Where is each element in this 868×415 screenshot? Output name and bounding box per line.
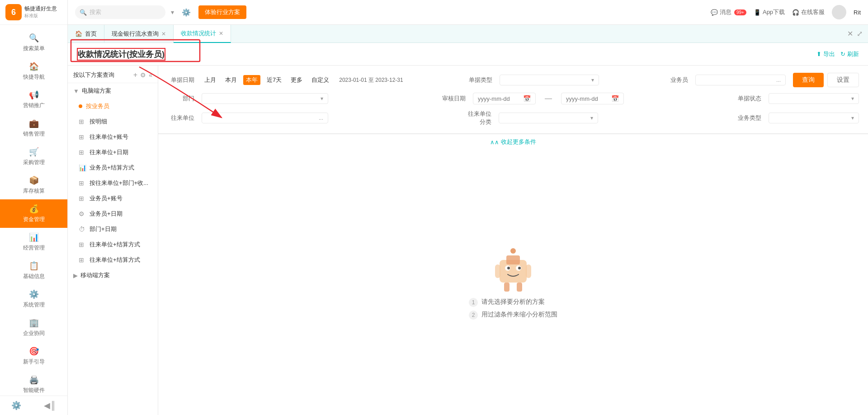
date-range-display: 2023-01-01 至 2023-12-31 [339,76,403,84]
scheme-group-desktop-title[interactable]: ▼ 电脑端方案 [68,83,158,99]
date-last-7days[interactable]: 近7天 [264,75,284,85]
tab-collection-label: 收款情况统计 [181,29,216,38]
top-search-bar[interactable]: 🔍 搜索 [75,5,165,19]
scheme-item-partner-settle1[interactable]: ⊞ 往来单位+结算方式 [68,237,158,252]
tab-home[interactable]: 🏠 首页 [68,25,104,43]
refresh-btn[interactable]: ↻ 刷新 [840,50,859,58]
quicknav-icon: 🏠 [29,61,39,71]
dept-chevron-icon: ▾ [321,95,323,102]
sidebar-item-enterprise[interactable]: 🏢 企业协同 [0,313,67,342]
scheme-add-btn[interactable]: + [133,71,137,79]
doc-type-select[interactable]: ▾ [500,75,599,85]
salesperson-select[interactable]: ... [695,75,786,85]
date-this-month[interactable]: 本月 [222,75,240,85]
scheme-item-salesperson-settle[interactable]: 📊 业务员+结算方式 [68,160,158,175]
svg-point-2 [510,248,516,254]
content-area: 按以下方案查询 + ⚙ « ▼ 电脑端方案 按业务员 ⊞ 按明细 ⊞ [68,66,868,415]
tab-collection-close[interactable]: ✕ [219,30,223,37]
online-service-label: 在线客服 [801,8,825,16]
app-download-btn[interactable]: 📱 App下载 [754,8,785,16]
review-date-to-field[interactable] [566,95,611,102]
scheme-item-partner-dept-collect[interactable]: ⊞ 按往来单位+部门+收... [68,175,158,191]
dept-label: 部门 [167,94,194,103]
window-close-btn[interactable]: ✕ [847,29,853,38]
partner-category-label: 往来单位分类 [464,110,491,126]
tab-bar: 🏠 首页 现金银行流水查询 ✕ 收款情况统计 ✕ ✕ ⤢ [68,25,868,43]
business-type-select[interactable]: ▾ [769,113,859,123]
tab-bank-close[interactable]: ✕ [161,31,166,37]
scheme-icon-dept-date: ⏱ [79,226,86,233]
scheme-item-by-salesperson[interactable]: 按业务员 [68,99,158,114]
message-icon: 💬 [711,9,718,16]
scheme-item-salesperson-date[interactable]: ⚙ 业务员+日期 [68,206,158,222]
scheme-item-by-detail[interactable]: ⊞ 按明细 [68,114,158,129]
scheme-item-partner-account[interactable]: ⊞ 往来单位+账号 [68,129,158,145]
page-title-highlight: 收款情况统计(按业务员) [77,48,165,61]
review-date-to-input[interactable]: 📅 [561,93,624,104]
salesperson-label: 业务员 [661,76,688,84]
sidebar-item-quicknav[interactable]: 🏠 快捷导航 [0,57,67,85]
step-1-number: 1 [469,298,478,307]
scheme-gear-btn[interactable]: ⚙ [140,71,146,79]
partner-more-icon[interactable]: ... [319,115,323,121]
sidebar-item-inventory[interactable]: 📦 库存核算 [0,171,67,199]
scheme-item-salesperson-account[interactable]: ⊞ 业务员+账号 [68,191,158,206]
doc-status-select[interactable]: ▾ [769,93,859,104]
scheme-header-title: 按以下方案查询 [73,71,114,79]
sidebar-settings-icon[interactable]: ⚙️ [11,401,21,410]
review-date-from-field[interactable] [478,95,523,102]
export-btn[interactable]: ⬆ 导出 [816,50,835,58]
sidebar-item-finance[interactable]: 💰 资金管理 [0,199,67,228]
sidebar-item-newbie[interactable]: 🎯 新手引导 [0,342,67,370]
app-download-label: App下载 [763,8,785,16]
svg-point-10 [518,267,521,269]
query-button[interactable]: 查询 [793,73,824,87]
newbie-icon: 🎯 [29,346,39,356]
sidebar-item-search[interactable]: 🔍 搜索菜单 [0,28,67,57]
sidebar-item-operation[interactable]: 📊 经营管理 [0,228,67,256]
tab-bank[interactable]: 现金银行流水查询 ✕ [104,25,174,43]
sidebar-item-sales[interactable]: 💼 销售管理 [0,114,67,142]
empty-step-1: 1 请先选择要分析的方案 [469,298,557,307]
scheme-collapse-btn[interactable]: « [149,71,152,79]
message-label: 消息 [720,8,731,16]
partner-input[interactable]: ... [202,113,328,123]
online-service-btn[interactable]: 🎧 在线客服 [792,8,825,16]
tab-collection[interactable]: 收款情况统计 ✕ [174,25,231,43]
user-avatar[interactable] [832,5,846,19]
date-this-year[interactable]: 本年 [243,75,260,85]
scheme-item-partner-settle2[interactable]: ⊞ 往来单位+结算方式 [68,252,158,268]
partner-category-select[interactable]: ▾ [499,113,598,123]
scheme-item-dept-date[interactable]: ⏱ 部门+日期 [68,222,158,237]
settings-button[interactable]: 设置 [827,73,859,87]
review-date-from-input[interactable]: 📅 [473,93,536,104]
collapse-conditions-btn[interactable]: ∧∧ 收起更多条件 [158,134,868,150]
sidebar-item-hardware[interactable]: 🖨️ 智能硬件 [0,370,67,396]
svg-rect-5 [504,283,509,292]
date-more[interactable]: 更多 [288,75,305,85]
message-btn[interactable]: 💬 消息 99+ [711,8,746,16]
filter-row-3: 往来单位 ... 往来单位分类 ▾ 业务类型 ▾ [167,110,859,126]
scheme-item-partner-date[interactable]: ⊞ 往来单位+日期 [68,145,158,160]
sidebar-item-marketing[interactable]: 📢 营销推广 [0,85,67,114]
refresh-label: 刷新 [847,50,859,58]
header-dropdown-icon[interactable]: ▾ [171,9,174,16]
svg-rect-4 [526,264,531,278]
sidebar-collapse-icon[interactable]: ◀║ [44,401,56,410]
trial-button[interactable]: 体验行业方案 [198,5,246,19]
dept-select[interactable]: ▾ [202,93,328,104]
system-icon: ⚙️ [29,289,39,299]
partner-label: 往来单位 [167,114,194,122]
header-gear-btn[interactable]: ⚙️ [179,5,193,19]
sidebar-item-purchase[interactable]: 🛒 采购管理 [0,142,67,171]
sidebar-item-system[interactable]: ⚙️ 系统管理 [0,285,67,313]
salesperson-more-icon[interactable]: ... [776,77,781,83]
scheme-label-partner-dept-collect: 按往来单位+部门+收... [90,179,152,187]
scheme-mobile-group-title[interactable]: ▶ 移动端方案 [68,268,158,283]
date-last-month[interactable]: 上月 [202,75,219,85]
operation-icon: 📊 [29,232,39,242]
marketing-icon: 📢 [29,90,39,100]
sidebar-item-basic[interactable]: 📋 基础信息 [0,256,67,285]
window-maximize-btn[interactable]: ⤢ [857,29,863,38]
date-custom[interactable]: 自定义 [309,75,332,85]
